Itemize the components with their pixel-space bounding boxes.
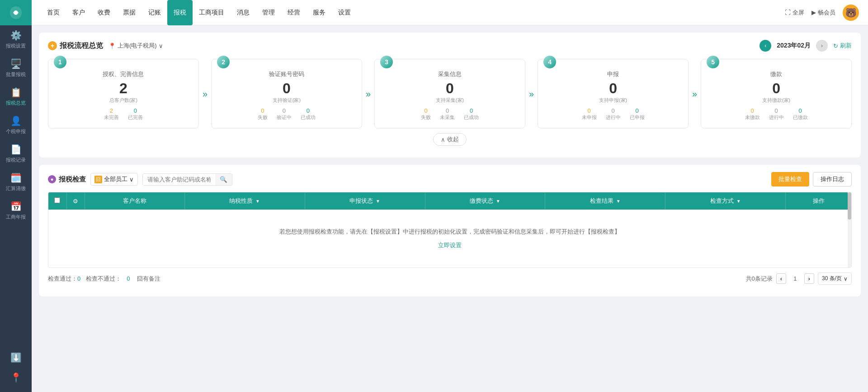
scrollbar-thumb[interactable] [848, 192, 851, 220]
step-3-count: 0 [382, 80, 518, 97]
step-3-stat-2-lbl: 已成功 [464, 114, 479, 121]
sidebar-item-settlement[interactable]: 🗓️ 汇算清缴 [0, 168, 32, 196]
step-2-stat-2: 0 已成功 [301, 107, 316, 121]
collapse-chevron-icon: ∧ [441, 136, 445, 143]
nav-tax[interactable]: 报税 [167, 0, 193, 25]
next-page-button[interactable]: › [804, 273, 814, 284]
month-label: 2023年02月 [777, 42, 811, 50]
nav-settings[interactable]: 设置 [332, 0, 357, 25]
nav-home[interactable]: 首页 [41, 0, 66, 25]
step-1-card: 1 授权、完善信息 2 总客户数(家) 2 未完善 0 已完善 [48, 59, 199, 129]
tax-overview-icon: 📋 [10, 87, 22, 98]
search-button[interactable]: 🔍 [215, 174, 232, 185]
location-pin-icon: 📍 [108, 43, 116, 49]
sidebar-item-download[interactable]: ⬇️ [0, 348, 32, 368]
logo [0, 0, 32, 25]
step-1-title: 授权、完善信息 [56, 70, 191, 78]
batch-check-button[interactable]: 批量检查 [771, 172, 809, 186]
sidebar-item-personal-filing[interactable]: 👤 个税申报 [0, 111, 32, 139]
step-1-stat-0-val: 2 [104, 107, 119, 114]
next-month-button[interactable]: › [816, 40, 828, 52]
step-2-number: 2 [217, 56, 230, 68]
table-settings-icon[interactable]: ⚙ [73, 198, 78, 205]
refresh-button[interactable]: ↻ 刷新 [833, 42, 852, 50]
fullscreen-button[interactable]: ⛶ 全屏 [785, 9, 804, 17]
sidebar-item-tax-records[interactable]: 📄 报税记录 [0, 139, 32, 168]
step-4-stat-2-val: 0 [630, 107, 645, 114]
content-area: + 报税流程总览 📍 上海(电子税局) ∨ ‹ 2023年02月 › ↻ 刷新 [32, 25, 868, 392]
step-4-title: 申报 [545, 70, 681, 78]
total-records: 共0条记录 [746, 275, 773, 283]
prev-page-button[interactable]: ‹ [776, 273, 786, 284]
th-operation: 操作 [786, 192, 851, 210]
nav-message[interactable]: 消息 [231, 0, 256, 25]
sidebar-item-batch-tax[interactable]: 🖥️ 批量报税 [0, 54, 32, 82]
immediate-setup-link[interactable]: 立即设置 [438, 242, 462, 249]
step-2-stat-0-lbl: 失败 [258, 114, 268, 121]
page-size-select[interactable]: 30 条/页 ∨ [818, 272, 852, 285]
step-5-stat-2-lbl: 已缴款 [793, 114, 808, 121]
nav-accounting[interactable]: 记账 [142, 0, 167, 25]
nav-fee[interactable]: 收费 [91, 0, 117, 25]
member-icon: ▶ [811, 9, 816, 16]
overview-card: + 报税流程总览 📍 上海(电子税局) ∨ ‹ 2023年02月 › ↻ 刷新 [39, 33, 861, 158]
check-method-filter-icon[interactable]: ▼ [736, 199, 741, 204]
nav-service[interactable]: 服务 [307, 0, 332, 25]
step-4-stat-0-val: 0 [582, 107, 597, 114]
th-client-name: 客户名称 [85, 192, 184, 210]
overview-header: + 报税流程总览 📍 上海(电子税局) ∨ ‹ 2023年02月 › ↻ 刷新 [48, 40, 852, 52]
step-5-stat-0-lbl: 未缴款 [745, 114, 760, 121]
step-2-count: 0 [219, 80, 354, 97]
step-3-stat-2: 0 已成功 [464, 107, 479, 121]
step-2-card: 2 验证账号密码 0 支持验证(家) 0 失败 0 验证中 [211, 59, 362, 129]
step-4-stat-1: 0 进行中 [606, 107, 621, 121]
step-5-stat-2: 0 已缴款 [793, 107, 808, 121]
operation-log-button[interactable]: 操作日志 [813, 172, 852, 186]
step-1-stat-1-val: 0 [128, 107, 143, 114]
prev-month-button[interactable]: ‹ [760, 40, 771, 52]
tax-check-table-container: ⚙ 客户名称 纳税性质 ▼ 申报状态 ▼ [48, 192, 852, 268]
sidebar-item-tax-overview[interactable]: 📋 报税总览 [0, 82, 32, 111]
sidebar-item-annual-report[interactable]: 📅 工商年报 [0, 196, 32, 225]
check-result-filter-icon[interactable]: ▼ [616, 199, 621, 204]
pass-count[interactable]: 0 [77, 275, 80, 282]
th-checkbox [48, 192, 66, 210]
current-page: 1 [790, 274, 800, 283]
tax-check-card: ● 报税检查 囧 全部员工 ∨ 🔍 批量检查 操作日志 [39, 165, 861, 296]
step-5-stat-1: 0 进行中 [769, 107, 784, 121]
step-5-count: 0 [708, 80, 844, 97]
tax-records-icon: 📄 [10, 144, 22, 155]
step-3-stat-1: 0 未采集 [440, 107, 455, 121]
step-3-number: 3 [380, 56, 393, 68]
tax-settings-icon: ⚙️ [10, 30, 22, 41]
nav-business[interactable]: 工商项目 [193, 0, 231, 25]
nav-operation[interactable]: 经营 [281, 0, 307, 25]
step-3-stat-0-lbl: 失败 [421, 114, 431, 121]
step-3-stat-0: 0 失败 [421, 107, 431, 121]
filing-status-filter-icon[interactable]: ▼ [376, 199, 380, 204]
sidebar-item-tax-settings[interactable]: ⚙️ 报税设置 [0, 25, 32, 54]
nav-management[interactable]: 管理 [256, 0, 281, 25]
arrow-2-3: » [362, 59, 374, 129]
check-right-actions: 批量检查 操作日志 [771, 172, 852, 186]
search-input[interactable] [143, 174, 215, 185]
chevron-down-icon: ∨ [159, 43, 163, 49]
fail-count[interactable]: 0 [127, 275, 130, 282]
nav-client[interactable]: 客户 [66, 0, 91, 25]
member-button[interactable]: ▶ 畅会员 [811, 9, 835, 17]
employee-filter-select[interactable]: 囧 全部员工 ∨ [90, 173, 138, 186]
main-area: 首页 客户 收费 票据 记账 报税 工商项目 消息 管理 经营 服务 设置 ⛶ … [32, 0, 868, 392]
step-1-stat-1-lbl: 已完善 [128, 114, 143, 121]
th-check-method: 检查方式 ▼ [665, 192, 786, 210]
location-badge[interactable]: 📍 上海(电子税局) ∨ [108, 42, 163, 50]
step-2-stat-0-val: 0 [258, 107, 268, 114]
payment-status-filter-icon[interactable]: ▼ [496, 199, 500, 204]
collapse-button[interactable]: ∧ 收起 [433, 133, 467, 146]
avatar[interactable]: 🐻 [843, 5, 859, 21]
steps-container: 1 授权、完善信息 2 总客户数(家) 2 未完善 0 已完善 [48, 59, 852, 129]
nav-invoice[interactable]: 票据 [117, 0, 142, 25]
select-all-checkbox[interactable] [54, 197, 60, 203]
tax-nature-filter-icon[interactable]: ▼ [255, 199, 260, 204]
step-4-stat-0-lbl: 未申报 [582, 114, 597, 121]
sidebar-item-location[interactable]: 📍 [0, 368, 32, 387]
